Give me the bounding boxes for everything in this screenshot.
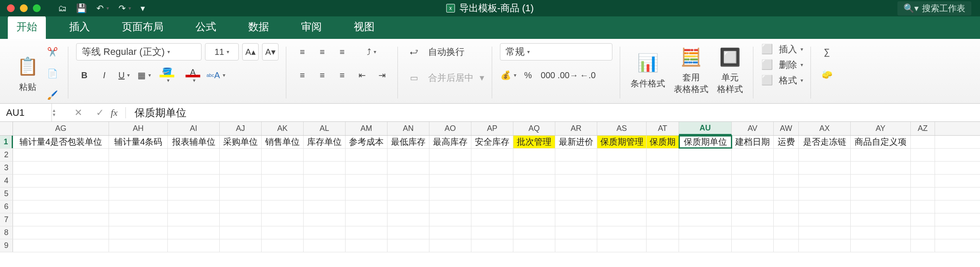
- column-header-AN[interactable]: AN: [388, 122, 429, 135]
- cell-styles-button[interactable]: 🔲 单元 格样式: [714, 43, 746, 97]
- cell-AT4[interactable]: [647, 175, 679, 187]
- cell-AO7[interactable]: [429, 213, 471, 226]
- cell-AP3[interactable]: [471, 162, 513, 174]
- cell-AT5[interactable]: [647, 188, 679, 200]
- tab-insert[interactable]: 插入: [61, 16, 99, 39]
- cell-AI6[interactable]: [168, 200, 220, 213]
- cell-AL2[interactable]: [304, 149, 346, 161]
- chevron-down-icon[interactable]: ▾: [801, 46, 803, 52]
- tab-view[interactable]: 视图: [345, 16, 383, 39]
- wrap-text-button[interactable]: ⮐: [406, 43, 422, 60]
- cell-AZ3[interactable]: [911, 162, 935, 174]
- cell-AI4[interactable]: [168, 175, 220, 187]
- phonetic-guide-button[interactable]: abcA: [208, 67, 224, 84]
- cell-AK5[interactable]: [262, 188, 304, 200]
- cell-AG6[interactable]: [13, 200, 109, 213]
- increase-indent-button[interactable]: ⇥: [374, 67, 390, 84]
- cell-AJ6[interactable]: [220, 200, 262, 213]
- cell-AW3[interactable]: [774, 162, 799, 174]
- bold-button[interactable]: B: [76, 67, 93, 84]
- decrease-indent-button[interactable]: ⇤: [354, 67, 370, 84]
- cell-AH1[interactable]: 辅计量4条码: [109, 136, 168, 148]
- cell-AG4[interactable]: [13, 175, 109, 187]
- fill-color-button[interactable]: 🪣: [156, 67, 178, 84]
- font-name-select[interactable]: 等线 Regular (正文): [76, 43, 202, 60]
- cell-AX6[interactable]: [799, 200, 851, 213]
- autosum-button[interactable]: ∑: [819, 43, 835, 60]
- fx-icon[interactable]: fx: [111, 107, 118, 118]
- row-header-9[interactable]: 9: [0, 239, 13, 252]
- merge-dropdown-icon[interactable]: ▾: [480, 73, 484, 83]
- cell-AG1[interactable]: 辅计量4是否包装单位: [13, 136, 109, 148]
- row-header-7[interactable]: 7: [0, 213, 13, 226]
- column-header-AS[interactable]: AS: [597, 122, 647, 135]
- cell-AX3[interactable]: [799, 162, 851, 174]
- cell-AS3[interactable]: [597, 162, 647, 174]
- cell-AS6[interactable]: [597, 200, 647, 213]
- cell-AV7[interactable]: [732, 213, 774, 226]
- cell-AV1[interactable]: 建档日期: [732, 136, 774, 148]
- format-painter-button[interactable]: 🖌️: [44, 86, 61, 104]
- enter-formula-button[interactable]: ✓: [89, 107, 111, 118]
- cell-AZ7[interactable]: [911, 213, 935, 226]
- cell-AM4[interactable]: [346, 175, 388, 187]
- cell-AR7[interactable]: [555, 213, 597, 226]
- increase-decimal-button[interactable]: .00→: [560, 67, 576, 84]
- cell-AO6[interactable]: [429, 200, 471, 213]
- chevron-down-icon[interactable]: ▾: [801, 62, 803, 68]
- cell-AP8[interactable]: [471, 226, 513, 239]
- underline-button[interactable]: U: [116, 67, 132, 84]
- row-header-5[interactable]: 5: [0, 188, 13, 200]
- cell-AG9[interactable]: [13, 239, 109, 252]
- percent-button[interactable]: %: [520, 67, 536, 84]
- search-sheet[interactable]: 🔍▾ 搜索工作表: [897, 1, 971, 16]
- align-top-button[interactable]: ≡: [294, 43, 311, 60]
- cell-AN8[interactable]: [388, 226, 429, 239]
- cell-AZ4[interactable]: [911, 175, 935, 187]
- merge-button[interactable]: ▭: [406, 69, 422, 86]
- cell-AW7[interactable]: [774, 213, 799, 226]
- row-header-2[interactable]: 2: [0, 149, 13, 161]
- cell-AG2[interactable]: [13, 149, 109, 161]
- cell-AK2[interactable]: [262, 149, 304, 161]
- cell-AO3[interactable]: [429, 162, 471, 174]
- cell-AK6[interactable]: [262, 200, 304, 213]
- cell-AI2[interactable]: [168, 149, 220, 161]
- cell-AQ1[interactable]: 批次管理: [513, 136, 555, 148]
- cell-AM7[interactable]: [346, 213, 388, 226]
- cell-AH6[interactable]: [109, 200, 168, 213]
- row-header-4[interactable]: 4: [0, 175, 13, 187]
- qat-customize-icon[interactable]: ▾: [141, 3, 145, 13]
- cell-AQ6[interactable]: [513, 200, 555, 213]
- cell-AX7[interactable]: [799, 213, 851, 226]
- column-header-AT[interactable]: AT: [647, 122, 679, 135]
- cell-AM6[interactable]: [346, 200, 388, 213]
- cell-AW5[interactable]: [774, 188, 799, 200]
- cell-AY8[interactable]: [851, 226, 911, 239]
- italic-button[interactable]: I: [96, 67, 112, 84]
- column-header-AO[interactable]: AO: [429, 122, 471, 135]
- decrease-decimal-button[interactable]: ←.0: [580, 67, 596, 84]
- cell-AQ2[interactable]: [513, 149, 555, 161]
- insert-cells-button[interactable]: 插入: [779, 43, 797, 55]
- cell-AX2[interactable]: [799, 149, 851, 161]
- column-header-AV[interactable]: AV: [732, 122, 774, 135]
- cell-AZ9[interactable]: [911, 239, 935, 252]
- cell-AI5[interactable]: [168, 188, 220, 200]
- cell-AY7[interactable]: [851, 213, 911, 226]
- cell-AW4[interactable]: [774, 175, 799, 187]
- column-header-AW[interactable]: AW: [774, 122, 799, 135]
- tab-page-layout[interactable]: 页面布局: [113, 16, 172, 39]
- row-header-8[interactable]: 8: [0, 226, 13, 239]
- cell-AR8[interactable]: [555, 226, 597, 239]
- cell-AX4[interactable]: [799, 175, 851, 187]
- align-center-button[interactable]: ≡: [314, 67, 330, 84]
- cell-AQ4[interactable]: [513, 175, 555, 187]
- cell-AJ9[interactable]: [220, 239, 262, 252]
- cell-AR3[interactable]: [555, 162, 597, 174]
- conditional-format-button[interactable]: 📊 条件格式: [628, 49, 668, 91]
- cell-AV5[interactable]: [732, 188, 774, 200]
- cell-AN3[interactable]: [388, 162, 429, 174]
- cell-AM2[interactable]: [346, 149, 388, 161]
- cell-AZ8[interactable]: [911, 226, 935, 239]
